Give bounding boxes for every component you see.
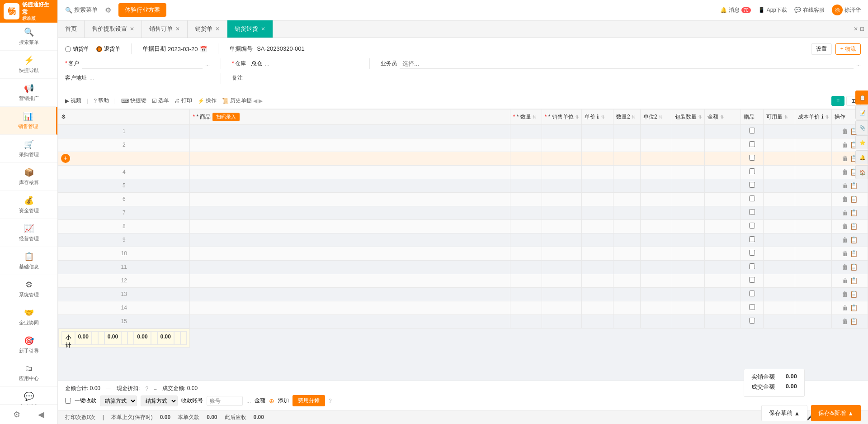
qty-cell-11[interactable] — [510, 260, 542, 274]
amount-cell-11[interactable] — [705, 260, 741, 274]
available-cell-13[interactable] — [764, 287, 795, 301]
cost-cell-5[interactable] — [795, 179, 832, 192]
side-action-3[interactable]: 📎 — [855, 120, 868, 134]
qty2-cell-9[interactable] — [613, 233, 640, 247]
product-cell-9[interactable] — [190, 233, 510, 247]
product-cell-8[interactable] — [190, 219, 510, 233]
delete-row-btn-14[interactable]: 🗑 — [842, 304, 848, 311]
available-cell-15[interactable] — [764, 314, 795, 328]
qty2-cell-11[interactable] — [613, 260, 640, 274]
price-cell-14[interactable] — [581, 301, 613, 314]
note-input[interactable] — [245, 73, 861, 83]
shortcut-btn[interactable]: ⌨ 快捷键 — [121, 97, 146, 105]
qty2-cell-8[interactable] — [613, 219, 640, 233]
sidebar-item-wechat[interactable]: 💬 企业微信 — [0, 387, 57, 405]
account-dots[interactable]: ... — [246, 398, 251, 404]
pack-cell-15[interactable] — [672, 314, 704, 328]
price-cell-11[interactable] — [581, 260, 613, 274]
unit2-cell-7[interactable] — [640, 206, 672, 219]
unit-cell-8[interactable] — [542, 219, 581, 233]
unit2-cell-3[interactable] — [640, 152, 672, 165]
unit2-cell-12[interactable] — [640, 274, 672, 287]
qty-cell-7[interactable] — [510, 206, 542, 219]
available-cell-2[interactable] — [764, 138, 795, 152]
search-menu[interactable]: 🔍 搜索菜单 — [65, 6, 98, 14]
customer-input[interactable] — [82, 59, 203, 69]
copy-row-btn-10[interactable]: 📋 — [850, 250, 858, 257]
product-cell-10[interactable] — [190, 247, 510, 260]
qty-cell-14[interactable] — [510, 301, 542, 314]
unit2-cell-6[interactable] — [640, 192, 672, 206]
available-cell-7[interactable] — [764, 206, 795, 219]
price-cell-13[interactable] — [581, 287, 613, 301]
pack-cell-7[interactable] — [672, 206, 704, 219]
price-cell-12[interactable] — [581, 274, 613, 287]
delete-row-btn-12[interactable]: 🗑 — [842, 277, 848, 284]
qty-cell-5[interactable] — [510, 179, 542, 192]
qty-cell-2[interactable] — [510, 138, 542, 152]
available-cell-6[interactable] — [764, 192, 795, 206]
gift-checkbox-9[interactable] — [749, 236, 755, 242]
qty-cell-6[interactable] — [510, 192, 542, 206]
delete-row-btn-5[interactable]: 🗑 — [842, 182, 848, 189]
sidebar-item-enterprise[interactable]: 🤝 企业协同 — [0, 303, 57, 331]
delete-row-btn-6[interactable]: 🗑 — [842, 195, 848, 203]
price-cell-10[interactable] — [581, 247, 613, 260]
user-profile[interactable]: 徐 徐泽华 — [832, 5, 861, 15]
amount-cell-7[interactable] — [705, 206, 741, 219]
unit-cell-12[interactable] — [542, 274, 581, 287]
gift-checkbox-8[interactable] — [749, 223, 755, 229]
pack-cell-6[interactable] — [672, 192, 704, 206]
settings-form-btn[interactable]: 设置 — [811, 43, 832, 55]
cost-cell-11[interactable] — [795, 260, 832, 274]
online-service-btn[interactable]: 💬 在线客服 — [794, 6, 825, 14]
product-cell-14[interactable] — [190, 301, 510, 314]
sidebar-item-system[interactable]: ⚙ 系统管理 — [0, 275, 57, 303]
cost-cell-6[interactable] — [795, 192, 832, 206]
delete-row-btn-10[interactable]: 🗑 — [842, 250, 848, 257]
price-cell-3[interactable] — [581, 152, 613, 165]
gift-checkbox-13[interactable] — [749, 291, 755, 296]
th-cost[interactable]: 成本单价 ℹ ⇅ — [795, 109, 832, 124]
qty2-cell-6[interactable] — [613, 192, 640, 206]
qty2-cell-1[interactable] — [613, 124, 640, 138]
qty2-cell-10[interactable] — [613, 247, 640, 260]
th-pack[interactable]: 包装数量 ⇅ — [672, 109, 704, 124]
qty2-cell-2[interactable] — [613, 138, 640, 152]
qty-cell-12[interactable] — [510, 274, 542, 287]
salesperson-input[interactable] — [400, 59, 854, 69]
delete-row-btn-7[interactable]: 🗑 — [842, 209, 848, 216]
available-cell-10[interactable] — [764, 247, 795, 260]
qty-cell-15[interactable] — [510, 314, 542, 328]
collapse-icon[interactable]: ◀ — [38, 410, 44, 419]
app-download-btn[interactable]: 📱 App下载 — [758, 6, 787, 14]
qty-cell-4[interactable] — [510, 165, 542, 179]
save-draft-btn[interactable]: 保存草稿 ▲ — [761, 405, 808, 421]
amount-cell-14[interactable] — [705, 301, 741, 314]
price-cell-15[interactable] — [581, 314, 613, 328]
sale-type-radio[interactable]: 销货单 — [65, 45, 89, 53]
unit-cell-2[interactable] — [542, 138, 581, 152]
scan-enter-btn[interactable]: 扫码录入 — [212, 113, 240, 121]
pack-cell-12[interactable] — [672, 274, 704, 287]
qty-cell-9[interactable] — [510, 233, 542, 247]
qty2-cell-3[interactable] — [613, 152, 640, 165]
tab-close-sales-delivery[interactable]: ✕ — [215, 26, 220, 32]
amount-cell-8[interactable] — [705, 219, 741, 233]
unit-cell-1[interactable] — [542, 124, 581, 138]
gift-checkbox-4[interactable] — [749, 168, 755, 174]
settlement-select[interactable]: 结算方式 — [100, 395, 137, 406]
product-cell-13[interactable] — [190, 287, 510, 301]
available-cell-3[interactable] — [764, 152, 795, 165]
amount-cell-15[interactable] — [705, 314, 741, 328]
amount-cell-4[interactable] — [705, 165, 741, 179]
side-action-4[interactable]: ⭐ — [855, 135, 868, 149]
price-cell-4[interactable] — [581, 165, 613, 179]
th-unit[interactable]: * 销售单位 ⇅ — [542, 109, 581, 124]
sidebar-item-purchase[interactable]: 🛒 采购管理 — [0, 135, 57, 163]
pack-cell-8[interactable] — [672, 219, 704, 233]
side-action-5[interactable]: 🔔 — [855, 150, 868, 164]
amount-cell-3[interactable] — [705, 152, 741, 165]
add-icon[interactable]: ⊕ — [269, 397, 274, 405]
sidebar-item-sales[interactable]: 📊 销售管理 — [0, 107, 57, 135]
